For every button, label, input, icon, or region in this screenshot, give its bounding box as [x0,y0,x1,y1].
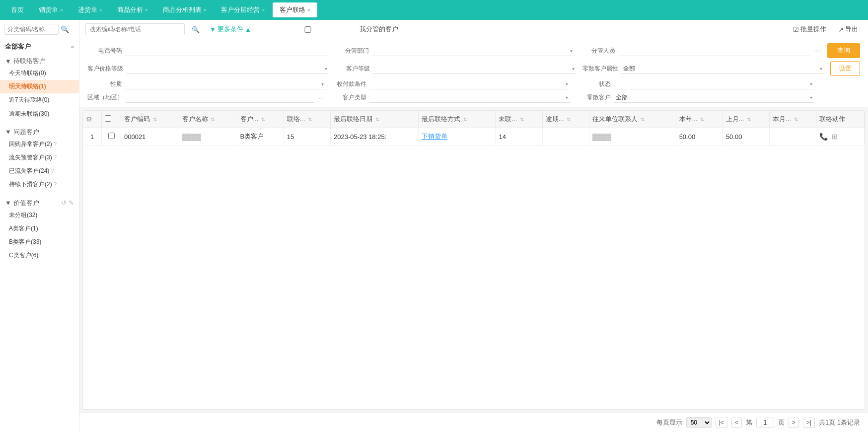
th-checkbox [102,111,121,128]
nav-item-customer-contact[interactable]: 客户联络 × [273,2,317,17]
filter-row-3: 性质 收付款条件 状态 [87,79,860,89]
payment-label: 收付款条件 [332,80,366,88]
sidebar-search-input[interactable] [4,24,59,35]
sidebar-item-tomorrow[interactable]: 明天待联络(1) [0,80,79,93]
settings-icon[interactable]: ⚙ [86,115,92,123]
nav-item-sales[interactable]: 销货单 × [32,2,70,17]
price-level-select[interactable] [126,64,329,74]
th-this-month: 本月... ⇅ [770,111,816,128]
sort-icon: ⇅ [641,117,645,122]
filter-row-4: 区域（地区） ··· 客户类型 零散客户 全部 [87,92,860,103]
th-last-method: 最后联络方式 ⇅ [419,111,496,128]
close-icon[interactable]: × [99,7,102,13]
last-page-button[interactable]: >| [803,418,815,428]
sidebar-item-7days[interactable]: 近7天待联络(0) [0,93,79,107]
data-table-container: ⚙ 客户编码 ⇅ 客户名称 ⇅ 客户... ⇅ [82,110,865,410]
close-icon[interactable]: × [262,7,265,13]
phone-action-icon[interactable]: 📞 [819,133,828,141]
sidebar-group-problem[interactable]: ▼ 问题客户 [0,125,79,138]
payment-select[interactable] [369,79,570,89]
all-customers-header[interactable]: 全部客户 « [0,39,79,54]
nav-item-analysis[interactable]: 商品分析 × [110,2,155,17]
person-more-icon[interactable]: ··· [812,47,821,54]
retail-attr-wrapper: 全部 [621,64,824,74]
pagination-bar: 每页显示 50 10 20 100 |< < 第 页 > >| 共1页 1条记录 [79,413,868,432]
first-page-button[interactable]: |< [716,418,727,428]
sidebar-search-icon[interactable]: 🔍 [61,25,69,33]
last-method-link[interactable]: 下销货单 [422,133,447,140]
sort-icon: ⇅ [520,117,524,122]
sidebar-item-b[interactable]: B类客户(33) [0,235,79,249]
sidebar-group-pending[interactable]: ▼ 待联络客户 [0,54,79,67]
sidebar-item-overdue[interactable]: 逾期未联络(30) [0,107,79,121]
retail-attr-label: 零散客户属性 [582,65,618,73]
search-input[interactable] [85,23,185,35]
nav-item-customer-tier[interactable]: 客户分层经营 × [214,2,272,17]
close-icon[interactable]: × [145,7,148,13]
status-select[interactable] [614,79,814,89]
sort-icon: ⇅ [794,117,798,122]
sidebar-search-bar: 🔍 [0,20,79,39]
filter-cust-type: 客户类型 [332,92,570,103]
prev-page-button[interactable]: < [731,418,742,428]
td-unit-contact: ▓▓▓▓ [589,128,676,145]
refresh-icon[interactable]: ↺ [61,199,67,207]
filter-person: 分管人员 ··· [580,46,821,56]
sidebar-group-value[interactable]: ▼ 价值客户 ↺ ✎ [0,196,79,209]
batch-op-button[interactable]: ☑ 批量操作 [789,23,830,36]
close-icon[interactable]: × [60,7,63,13]
group-arrow: ▼ [5,128,11,136]
filter-status: 状态 [576,79,814,89]
row-checkbox[interactable] [108,133,115,139]
more-conditions-button[interactable]: ▼ 更多条件 ▲ [207,23,254,36]
sidebar-item-declining[interactable]: 持续下滑客户(2) ? [0,178,79,191]
export-icon: ↗ [838,26,844,33]
sidebar-item-c[interactable]: C类客户(6) [0,249,79,262]
nav-home[interactable]: 首页 [4,2,31,17]
cust-level-select[interactable] [373,64,577,74]
filter-row-2: 客户价格等级 客户等级 零散客户属性 全部 [87,61,860,76]
query-button[interactable]: 查询 [827,43,860,58]
filter-retail-cust: 零散客户 全部 [576,92,814,103]
filter-row-1: 电话号码 分管部门 分管人员 ··· 查询 [87,43,860,58]
top-nav: 首页 销货单 × 进货单 × 商品分析 × 商品分析列表 × 客户分层经营 × … [0,0,868,20]
next-page-button[interactable]: > [789,418,799,428]
nature-select[interactable] [125,79,326,89]
retail-cust-wrapper: 全部 [614,92,814,103]
sidebar-item-ungrouped[interactable]: 未分组(32) [0,209,79,222]
phone-input[interactable] [125,46,328,56]
my-customers-checkbox-label[interactable]: 我分管的客户 [258,25,398,34]
grid-action-icon[interactable]: ⊞ [832,133,838,141]
cust-type-select[interactable] [369,92,570,103]
nav-item-analysis-list[interactable]: 商品分析列表 × [156,2,214,17]
select-all-checkbox[interactable] [105,115,111,122]
export-button[interactable]: ↗ 导出 [834,23,862,36]
per-page-select[interactable]: 50 10 20 100 [686,417,712,428]
retail-attr-select[interactable]: 全部 [621,64,824,74]
region-more-icon[interactable]: ··· [317,94,326,101]
page-number-input[interactable] [756,418,774,428]
sidebar-item-abnormal[interactable]: 回购异常客户(2) ? [0,138,79,151]
collapse-icon[interactable]: « [71,44,74,50]
dept-select[interactable] [372,46,575,56]
th-settings: ⚙ [83,111,102,128]
person-input[interactable] [618,46,809,56]
sidebar-item-today[interactable]: 今天待联络(0) [0,67,79,80]
edit-icon[interactable]: ✎ [69,199,74,207]
sidebar-item-warn[interactable]: 流失预警客户(3) ? [0,151,79,164]
sort-icon: ⇅ [375,117,379,122]
nav-item-purchase[interactable]: 进货单 × [71,2,109,17]
sidebar-item-a[interactable]: A类客户(1) [0,222,79,235]
search-button[interactable]: 🔍 [189,24,203,35]
page-suffix: 页 [778,418,785,427]
reset-button[interactable]: 设置 [830,61,860,76]
main-layout: 🔍 全部客户 « ▼ 待联络客户 今天待联络(0) 明天待联络(1) 近7天待联… [0,20,868,432]
retail-cust-select[interactable]: 全部 [614,92,814,103]
close-icon[interactable]: × [307,7,310,13]
sidebar-item-lost[interactable]: 已流失客户(24) ? [0,164,79,178]
region-input[interactable] [126,92,314,103]
my-customers-checkbox[interactable] [258,26,358,33]
cust-type-wrapper [369,92,570,103]
sort-icon: ⇅ [567,117,571,122]
close-icon[interactable]: × [204,7,207,13]
